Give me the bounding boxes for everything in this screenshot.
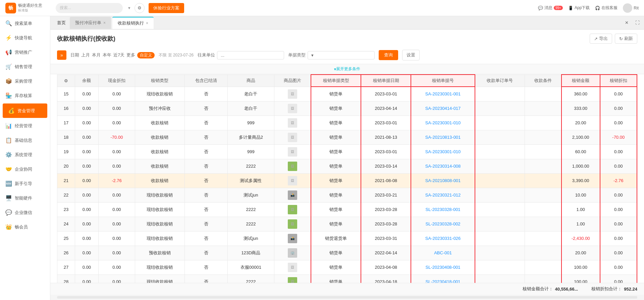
sidebar-item-search[interactable]: 🔍 搜索菜单: [0, 16, 50, 31]
row-doc-no[interactable]: SA-20210808-001: [411, 173, 475, 188]
col-product: 商品: [227, 75, 274, 87]
row-doc-no[interactable]: SA-20230301-001: [411, 87, 475, 101]
row-doc-no[interactable]: SA-20230301-010: [411, 116, 475, 130]
search-bar[interactable]: 搜索...: [56, 3, 123, 13]
date-custom[interactable]: 自定义: [137, 52, 155, 58]
row-type: 现结收款核销: [135, 231, 184, 246]
row-product-img: 📸: [274, 231, 311, 246]
industry-btn[interactable]: 休验行业方案: [149, 3, 184, 13]
doc-no-link[interactable]: ABC-001: [434, 250, 452, 255]
col-settings[interactable]: ⚙: [57, 75, 75, 87]
doc-no-link[interactable]: SA-20230301-010: [425, 149, 461, 154]
sidebar-item-quick[interactable]: ⚡ 快捷导航: [0, 31, 50, 45]
date-more[interactable]: 更多: [126, 52, 135, 58]
refresh-button[interactable]: ↻ 刷新: [615, 34, 637, 44]
row-product-img: 🖼: [274, 101, 311, 116]
date-this-year[interactable]: 本年: [103, 52, 111, 58]
service-item[interactable]: 🎧 在线客服: [595, 5, 618, 11]
row-doc-no[interactable]: SA-20230314-008: [411, 159, 475, 173]
sidebar-label-corp: 企业协同: [15, 166, 32, 172]
row-doc-no[interactable]: SL-20230418-001: [411, 274, 475, 283]
dropdown-arrow-icon[interactable]: ▾: [128, 5, 130, 10]
filter-expand-button[interactable]: »: [57, 50, 66, 60]
app-download[interactable]: 📱 App下载: [568, 5, 590, 11]
sidebar-item-business[interactable]: 📊 经营管理: [0, 119, 50, 133]
row-doc-no[interactable]: SL-20230328-002: [411, 217, 475, 231]
row-type: 现结收款核销: [135, 188, 184, 202]
expand-conditions-bar[interactable]: ▾ 展开更多条件: [50, 64, 644, 74]
row-doc-no[interactable]: SA-20230414-017: [411, 101, 475, 116]
row-amount: 10.00: [561, 188, 600, 202]
horizontal-scrollbar[interactable]: [57, 296, 637, 299]
query-button[interactable]: 查询: [379, 50, 398, 60]
date-7days[interactable]: 近7天: [113, 52, 124, 58]
row-condition: [525, 260, 561, 274]
row-doc-no[interactable]: SL-20230408-001: [411, 260, 475, 274]
doc-no-link[interactable]: SL-20230418-001: [426, 279, 461, 283]
tab-prepay[interactable]: 预付冲应付单 ×: [70, 17, 111, 29]
sidebar-item-system[interactable]: ⚙️ 系统管理: [0, 147, 50, 162]
sidebar-item-marketing[interactable]: 📢 营销推广: [0, 45, 50, 59]
user-item[interactable]: Rit: [623, 3, 639, 13]
row-discount: -2.76: [99, 173, 135, 188]
marketing-icon: 📢: [5, 49, 12, 55]
row-order-no: [475, 144, 525, 159]
partner-input[interactable]: ...: [217, 51, 284, 59]
type-select[interactable]: ▾: [308, 51, 375, 59]
message-item[interactable]: 💬 消息 99+: [538, 5, 563, 11]
row-doc-date: 2023-03-01: [361, 144, 411, 159]
doc-no-link[interactable]: SA-20210813-001: [425, 135, 461, 140]
top-bar: 畅 畅捷通好生意 标准版 搜索... ▾ ⚙ 休验行业方案 💬 消息 99+ 📱…: [0, 0, 644, 16]
date-prev-month[interactable]: 上月: [81, 52, 90, 58]
row-settled: 否: [184, 246, 227, 260]
settings-icon[interactable]: ⚙: [135, 3, 145, 13]
row-doc-date: 2023-03-21: [361, 188, 411, 202]
doc-no-link[interactable]: SL-20230408-001: [426, 265, 461, 270]
row-doc-no[interactable]: SA-20230321-012: [411, 188, 475, 202]
doc-no-link[interactable]: SL-20230328-002: [426, 221, 461, 226]
row-order-no: [475, 231, 525, 246]
export-button[interactable]: ↗ 导出: [590, 34, 612, 44]
doc-no-link[interactable]: SA-20230321-012: [425, 192, 461, 198]
tab-writeoff[interactable]: 收款核销执行 ×: [112, 17, 154, 29]
col-condition: 收款条件: [525, 75, 561, 87]
sidebar-item-wechat[interactable]: 💬 企业微信: [0, 205, 50, 220]
row-product: 测试多属性: [227, 173, 274, 188]
sidebar-label-hardware: 智能硬件: [15, 195, 32, 201]
sidebar-item-finance[interactable]: 💰 资金管理: [3, 103, 47, 118]
doc-no-link[interactable]: SA-20230331-026: [425, 236, 461, 241]
sidebar-item-hardware[interactable]: 🖥️ 智能硬件: [0, 191, 50, 205]
sidebar-item-basic[interactable]: 📋 基础信息: [0, 133, 50, 147]
app-label: App下载: [575, 5, 590, 11]
row-settled: 否: [184, 87, 227, 101]
tab-writeoff-close-icon[interactable]: ×: [146, 21, 148, 26]
doc-no-link[interactable]: SA-20230414-017: [425, 106, 461, 111]
row-order-no: [475, 217, 525, 231]
doc-no-link[interactable]: SA-20230301-010: [425, 120, 461, 125]
product-image: 🖼: [288, 89, 297, 99]
sidebar-item-sales[interactable]: 🛒 销售管理: [0, 59, 50, 74]
tab-maximize-icon[interactable]: ⛶: [633, 19, 641, 27]
row-doc-type: 销货单: [311, 173, 361, 188]
sidebar-item-purchase[interactable]: 📦 采购管理: [0, 74, 50, 88]
product-image: 🖼: [288, 133, 297, 142]
setting-button[interactable]: 设置: [402, 50, 420, 60]
doc-no-link[interactable]: SA-20230314-008: [425, 164, 461, 169]
sidebar-item-corp[interactable]: 🤝 企业协同: [0, 162, 50, 176]
sidebar-item-inventory[interactable]: 🏪 库存核算: [0, 88, 50, 103]
sidebar-item-guide[interactable]: 🆕 新手引导: [0, 176, 50, 191]
tab-home[interactable]: 首页: [53, 17, 70, 29]
row-doc-no[interactable]: SL-20230328-001: [411, 202, 475, 217]
tab-close-all-icon[interactable]: ✕: [623, 19, 631, 27]
sidebar-item-member[interactable]: 👑 畅会员: [0, 220, 50, 234]
doc-no-link[interactable]: SA-20230301-001: [425, 91, 461, 96]
row-doc-no[interactable]: SA-20230331-026: [411, 231, 475, 246]
row-doc-no[interactable]: SA-20210813-001: [411, 130, 475, 144]
tab-prepay-close-icon[interactable]: ×: [103, 20, 106, 25]
doc-no-link[interactable]: SL-20230328-001: [426, 207, 461, 212]
row-doc-no[interactable]: ABC-001: [411, 246, 475, 260]
row-order-no: [475, 188, 525, 202]
date-this-month[interactable]: 本月: [92, 52, 101, 58]
row-doc-no[interactable]: SA-20230301-010: [411, 144, 475, 159]
doc-no-link[interactable]: SA-20210808-001: [425, 178, 461, 183]
